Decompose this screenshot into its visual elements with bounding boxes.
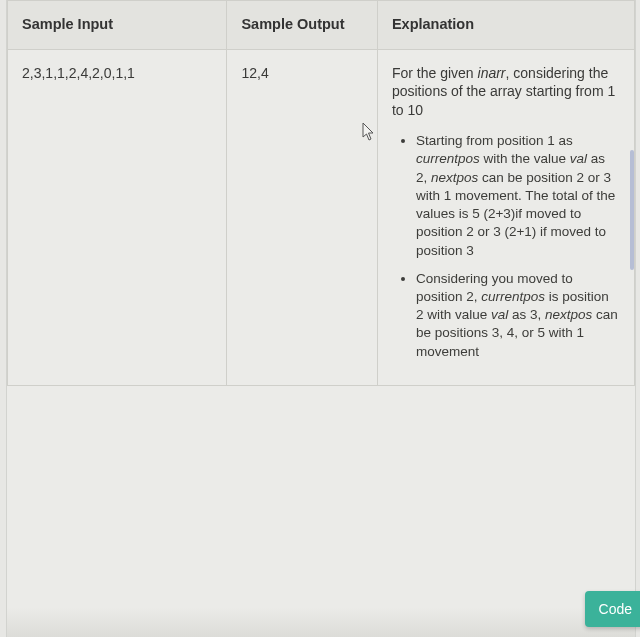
page-root: Sample Input Sample Output Explanation 2… — [0, 0, 640, 637]
table-header-row: Sample Input Sample Output Explanation — [8, 1, 635, 50]
content-sheet: Sample Input Sample Output Explanation 2… — [6, 0, 636, 637]
intro-text-1: For the given — [392, 65, 478, 81]
table-row: 2,3,1,1,2,4,2,0,1,1 12,4 For the given i… — [8, 49, 635, 385]
b1-currentpos: currentpos — [416, 151, 480, 166]
b2-nextpos: nextpos — [545, 307, 592, 322]
code-button[interactable]: Code — [585, 591, 640, 627]
explanation-intro: For the given inarr, considering the pos… — [392, 64, 620, 121]
col-header-explanation: Explanation — [377, 1, 634, 50]
b1-t1: Starting from position 1 as — [416, 133, 573, 148]
list-item: Starting from position 1 as currentpos w… — [416, 132, 620, 260]
col-header-output: Sample Output — [227, 1, 377, 50]
cell-explanation: For the given inarr, considering the pos… — [377, 49, 634, 385]
explanation-list: Starting from position 1 as currentpos w… — [398, 132, 620, 361]
scroll-indicator[interactable] — [630, 150, 634, 270]
cell-sample-output: 12,4 — [227, 49, 377, 385]
bottom-fade — [7, 607, 635, 637]
example-table: Sample Input Sample Output Explanation 2… — [7, 0, 635, 386]
b1-nextpos: nextpos — [431, 170, 478, 185]
b1-val: val — [570, 151, 587, 166]
intro-var-inarr: inarr — [478, 65, 506, 81]
cell-sample-input: 2,3,1,1,2,4,2,0,1,1 — [8, 49, 227, 385]
b2-currentpos: currentpos — [481, 289, 545, 304]
b2-t3: as 3, — [508, 307, 545, 322]
col-header-input: Sample Input — [8, 1, 227, 50]
list-item: Considering you moved to position 2, cur… — [416, 270, 620, 361]
b1-t2: with the value — [480, 151, 570, 166]
b2-val: val — [491, 307, 508, 322]
